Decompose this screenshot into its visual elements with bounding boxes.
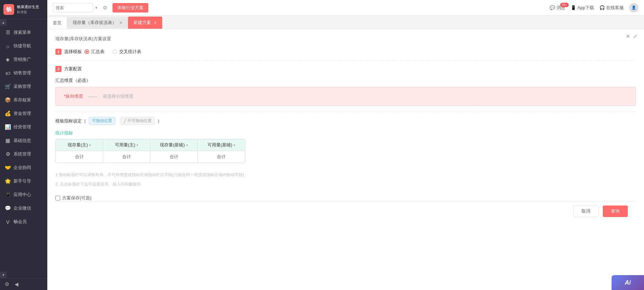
search-input[interactable]	[53, 3, 93, 13]
tips-section: 1.拖动标题栏可以调整布局，不可跨维度或指标区域拖动栏目字段(只能在同一维度或指…	[55, 171, 636, 188]
sidebar-item-label: 库存核算	[14, 97, 31, 103]
col-body-label-3: 合计	[217, 154, 226, 160]
main-panel: ✕ ⤢ 现存量(库存状况表)方案设置 1 选择模板 汇总表 交叉统计表	[47, 29, 644, 290]
headset-icon: 🎧	[599, 5, 605, 10]
tab-inventory-close[interactable]: ✕	[119, 21, 122, 25]
stats-table: 现存量(主) ▾ 合计 可用量(主) ▾ 合计	[55, 139, 245, 163]
col-header-label-2: 现存量(基辅)	[160, 142, 185, 148]
non-draggable-badge: ╱ 不可拖动位置	[121, 117, 155, 125]
service-button[interactable]: 🎧 在线客服	[599, 5, 624, 11]
stats-col-header-0[interactable]: 现存量(主) ▾	[56, 139, 103, 151]
divider2	[55, 111, 636, 112]
finance-icon: 💰	[5, 111, 11, 117]
message-button[interactable]: 💬 消息 99+	[550, 5, 565, 11]
sidebar-item-label: 营销推广	[14, 56, 31, 63]
radio-summary[interactable]: 汇总表	[84, 49, 104, 55]
sidebar-item-system[interactable]: ⚙ 系统管理	[0, 147, 47, 161]
sidebar-logo: 畅 畅康通好生意 标准版	[0, 0, 47, 19]
sidebar-item-basic-info[interactable]: ▦ 基础信息	[0, 134, 47, 147]
topbar-search: ▾	[53, 3, 97, 13]
sidebar-footer: ⚙ ◀	[0, 278, 47, 290]
trial-button[interactable]: 体验行业方案	[113, 3, 148, 13]
sidebar-item-label: 基础信息	[14, 138, 31, 144]
sidebar-item-label: 应用中心	[14, 192, 31, 198]
panel-close-icon[interactable]: ✕	[626, 33, 630, 40]
topbar-gear-icon[interactable]: ⚙	[103, 5, 107, 11]
radio-cross[interactable]: 交叉统计表	[113, 49, 141, 55]
speaker-footer-icon[interactable]: ◀	[15, 281, 19, 287]
sidebar-scroll-down[interactable]: ▼	[0, 272, 7, 278]
col-chevron-2[interactable]: ▾	[186, 143, 188, 147]
template-radio-group: 汇总表 交叉统计表	[84, 49, 141, 55]
sidebar-item-purchase[interactable]: 🛒 采购管理	[0, 80, 47, 93]
indicator-settings: 模板指标设定（ 可拖动位置 ╱ 不可拖动位置 ）	[55, 117, 636, 125]
save-option: 方案保存(可选)	[55, 195, 636, 201]
stats-col-body-2: 合计	[150, 151, 197, 163]
wechat-icon: 💬	[5, 205, 11, 211]
sidebar-item-enterprise[interactable]: 🤝 企业协同	[0, 161, 47, 174]
stats-section-label: 统计指标	[55, 130, 636, 136]
app-download-button[interactable]: 📱 App下载	[571, 5, 594, 11]
indicator-settings-suffix: ）	[157, 118, 162, 124]
section1-num: 1	[55, 49, 61, 55]
tab-new-plan-close[interactable]: ✕	[154, 21, 157, 25]
sidebar-item-app-center[interactable]: 📱 应用中心	[0, 188, 47, 201]
stats-col-body-0: 合计	[56, 151, 103, 163]
tips-item-0: 1.拖动标题栏可以调整布局，不可跨维度或指标区域拖动栏目字段(只能在同一维度或指…	[55, 171, 636, 179]
home-icon: ⌂	[5, 43, 11, 49]
vip-icon: V	[5, 219, 11, 225]
settings-footer-icon[interactable]: ⚙	[5, 281, 9, 287]
stats-col-header-2[interactable]: 现存量(基辅) ▾	[150, 139, 197, 151]
sidebar-item-label: 搜索菜单	[14, 29, 31, 35]
vertical-dim-label: *纵向维度	[64, 93, 83, 99]
app-logo-icon: 畅	[3, 4, 14, 15]
app-download-label: App下载	[577, 5, 594, 11]
tab-inventory[interactable]: 现存量（库存状况表） ✕	[67, 17, 128, 29]
save-checkbox[interactable]	[55, 196, 60, 200]
stats-col-header-3[interactable]: 可用量(基辅) ▾	[198, 139, 245, 151]
query-button[interactable]: 查询	[603, 206, 628, 217]
topbar-right: 💬 消息 99+ 📱 App下载 🎧 在线客服 👤	[550, 3, 639, 13]
cancel-button[interactable]: 取消	[573, 206, 599, 217]
sidebar-item-wechat[interactable]: 💬 企业微信	[0, 201, 47, 215]
radio-cross-label: 交叉统计表	[119, 49, 141, 55]
sidebar-item-label: 企业协同	[14, 165, 31, 171]
radio-cross-circle	[113, 49, 117, 54]
sidebar-item-search[interactable]: ☰ 搜索菜单	[0, 26, 47, 39]
sidebar-item-finance[interactable]: 💰 资金管理	[0, 107, 47, 120]
user-avatar[interactable]: 👤	[629, 3, 639, 13]
col-chevron-3[interactable]: ▾	[233, 143, 235, 147]
sidebar-scroll-up[interactable]: ▲	[0, 19, 7, 26]
radio-summary-circle	[84, 49, 89, 54]
sidebar-item-inventory[interactable]: 📦 库存核算	[0, 93, 47, 107]
dropdown-icon[interactable]: ▾	[95, 5, 97, 10]
tab-home-label: 首页	[53, 20, 61, 26]
sidebar-item-vip[interactable]: V 畅会员	[0, 215, 47, 228]
service-label: 在线客服	[606, 5, 624, 11]
tab-new-plan[interactable]: 新建方案 ✕	[128, 17, 163, 29]
tab-home[interactable]: 首页	[47, 17, 67, 29]
sidebar-item-guide[interactable]: 🌟 新手引导	[0, 174, 47, 188]
sidebar-item-marketing[interactable]: ◈ 营销推广	[0, 53, 47, 66]
ai-badge[interactable]: Ai	[612, 275, 644, 290]
stats-col-header-1[interactable]: 可用量(主) ▾	[103, 139, 150, 151]
marketing-icon: ◈	[5, 56, 11, 63]
ai-badge-label: Ai	[625, 279, 631, 286]
sidebar-item-label: 采购管理	[14, 83, 31, 90]
system-icon: ⚙	[5, 151, 11, 157]
stats-col-body-3: 合计	[198, 151, 245, 163]
panel-expand-icon[interactable]: ⤢	[633, 33, 637, 40]
divider1	[55, 60, 636, 61]
tab-inventory-label: 现存量（库存状况表）	[73, 20, 117, 26]
sidebar-item-quick-nav[interactable]: ⌂ 快捷导航	[0, 39, 47, 53]
sidebar-item-sales[interactable]: 🏷 销售管理	[0, 66, 47, 80]
stats-col-1: 可用量(主) ▾ 合计	[103, 139, 150, 163]
stats-col-body-1: 合计	[103, 151, 150, 163]
sidebar-item-operations[interactable]: 📊 经营管理	[0, 120, 47, 134]
search-menu-icon: ☰	[5, 29, 11, 35]
col-body-label-0: 合计	[75, 154, 84, 160]
col-chevron-0[interactable]: ▾	[89, 143, 91, 147]
vertical-dim-row[interactable]: *纵向维度 —— 请选择分组维度	[55, 87, 636, 106]
col-chevron-1[interactable]: ▾	[137, 143, 138, 147]
section1-header: 1 选择模板 汇总表 交叉统计表	[55, 49, 636, 55]
